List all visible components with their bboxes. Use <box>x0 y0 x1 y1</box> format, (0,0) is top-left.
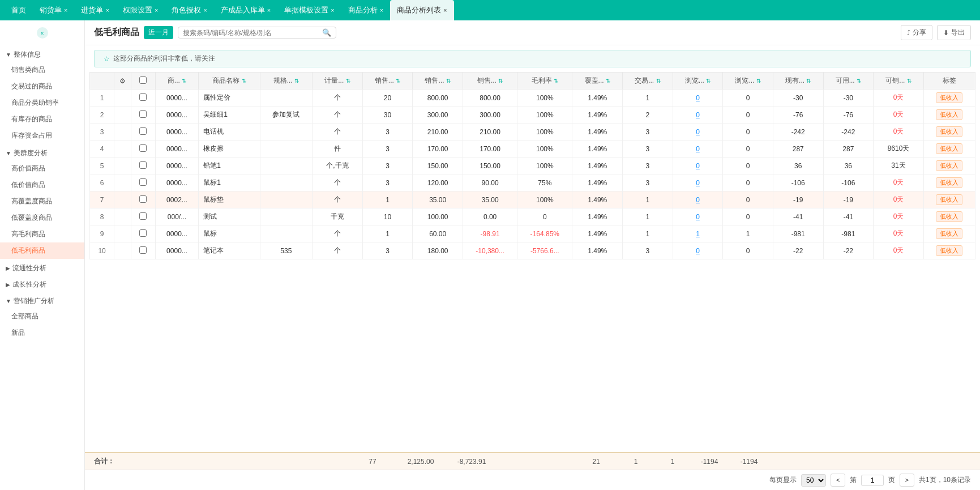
sidebar-item-high-value[interactable]: 高价值商品 <box>0 160 84 177</box>
checkbox-cell[interactable] <box>131 106 156 123</box>
browse1-cell[interactable]: 0 <box>673 191 723 208</box>
checkbox-cell[interactable] <box>131 208 156 225</box>
sales-qty-column-header[interactable]: 销售... ⇅ <box>362 73 413 90</box>
browse1-cell[interactable]: 0 <box>673 157 723 174</box>
settings-column-header[interactable]: ⚙ <box>114 73 131 90</box>
nav-permission-close[interactable]: × <box>155 7 158 14</box>
sidebar-group-beauty[interactable]: ▼ 美群度分析 <box>0 144 84 160</box>
nav-product-analysis-close[interactable]: × <box>380 7 383 14</box>
spec-cell <box>260 225 312 242</box>
coverage-column-header[interactable]: 覆盖... ⇅ <box>572 73 623 90</box>
sidebar-item-new-goods[interactable]: 新品 <box>0 325 84 341</box>
row-checkbox[interactable] <box>139 161 147 169</box>
browse1-cell[interactable]: 0 <box>673 90 723 106</box>
sidebar-group-marketing[interactable]: ▼ 营销推广分析 <box>0 292 84 308</box>
name-cell: 电话机 <box>199 123 260 140</box>
browse1-cell[interactable]: 0 <box>673 174 723 191</box>
share-button[interactable]: ⤴ 分享 <box>901 25 932 40</box>
sidebar-item-low-value[interactable]: 低价值商品 <box>0 177 84 193</box>
row-number: 1 <box>90 90 114 106</box>
checkbox-cell[interactable] <box>131 242 156 259</box>
row-checkbox[interactable] <box>139 127 147 135</box>
unit-cell: 个 <box>313 191 363 208</box>
nav-template[interactable]: 单据模板设置 × <box>277 0 341 20</box>
nav-product-analysis[interactable]: 商品分析 × <box>341 0 390 20</box>
unit-column-header[interactable]: 计量... ⇅ <box>313 73 363 90</box>
sidebar-item-traded-goods[interactable]: 交易过的商品 <box>0 78 84 95</box>
spec-column-header[interactable]: 规格... ⇅ <box>260 73 312 90</box>
sidebar-item-category-assist[interactable]: 商品分类助销率 <box>0 95 84 111</box>
browse1-cell[interactable]: 0 <box>673 123 723 140</box>
checkbox-cell[interactable] <box>131 90 156 106</box>
export-button[interactable]: ⬇ 导出 <box>937 25 971 40</box>
browse1-column-header[interactable]: 浏览... ⇅ <box>673 73 723 90</box>
row-checkbox[interactable] <box>139 195 147 203</box>
row-checkbox[interactable] <box>139 110 147 118</box>
select-all-checkbox[interactable] <box>139 76 147 84</box>
row-checkbox[interactable] <box>139 178 147 186</box>
current-column-header[interactable]: 现有... ⇅ <box>773 73 823 90</box>
per-page-select[interactable]: 50 <box>801 474 826 487</box>
sidebar-item-all-goods[interactable]: 全部商品 <box>0 308 84 325</box>
sidebar-item-sales-goods[interactable]: 销售类商品 <box>0 62 84 78</box>
nav-sales[interactable]: 销货单 × <box>33 0 74 20</box>
prev-page-button[interactable]: ＜ <box>831 474 845 487</box>
checkbox-cell[interactable] <box>131 225 156 242</box>
checkbox-cell[interactable] <box>131 191 156 208</box>
gross-rate-column-header[interactable]: 毛利率 ⇅ <box>517 73 572 90</box>
checkbox-column-header[interactable] <box>131 73 156 90</box>
browse1-cell[interactable]: 1 <box>673 225 723 242</box>
sidebar-collapse-button[interactable]: « <box>37 27 48 39</box>
sidebar-group-growth[interactable]: ▶ 成长性分析 <box>0 275 84 292</box>
nav-product-analysis-list-close[interactable]: × <box>443 7 447 14</box>
browse1-cell[interactable]: 0 <box>673 140 723 157</box>
row-checkbox[interactable] <box>139 144 147 152</box>
code-column-header[interactable]: 商... ⇅ <box>155 73 198 90</box>
checkbox-cell[interactable] <box>131 157 156 174</box>
row-checkbox[interactable] <box>139 93 147 101</box>
browse2-column-header[interactable]: 浏览... ⇅ <box>723 73 773 90</box>
page-number-input[interactable] <box>861 475 884 486</box>
name-column-header[interactable]: 商品名称 ⇅ <box>199 73 260 90</box>
sidebar-item-stock-capital[interactable]: 库存资金占用 <box>0 127 84 144</box>
nav-product-stock-close[interactable]: × <box>267 7 271 14</box>
row-checkbox[interactable] <box>139 212 147 220</box>
sidebar-group-overall[interactable]: ▼ 整体信息 <box>0 45 84 62</box>
nav-role[interactable]: 角色授权 × <box>165 0 213 20</box>
checkbox-cell[interactable] <box>131 140 156 157</box>
sidebar-item-high-margin[interactable]: 高毛利商品 <box>0 226 84 242</box>
sidebar-item-low-margin[interactable]: 低毛利商品 <box>0 242 84 259</box>
nav-purchase-close[interactable]: × <box>105 7 109 14</box>
nav-sales-close[interactable]: × <box>64 7 67 14</box>
checkbox-cell[interactable] <box>131 123 156 140</box>
sidebar-item-stocked-goods[interactable]: 有库存的商品 <box>0 111 84 127</box>
browse1-cell[interactable]: 0 <box>673 208 723 225</box>
nav-product-stock[interactable]: 产成品入库单 × <box>214 0 277 20</box>
available-column-header[interactable]: 可用... ⇅ <box>823 73 874 90</box>
sales-price-column-header[interactable]: 销售... ⇅ <box>413 73 463 90</box>
coverage-cell: 1.49% <box>572 140 623 157</box>
nav-home[interactable]: 首页 <box>5 0 33 20</box>
next-page-button[interactable]: ＞ <box>900 474 914 487</box>
browse1-cell[interactable]: 0 <box>673 106 723 123</box>
sidebar-item-low-coverage[interactable]: 低覆盖度商品 <box>0 210 84 226</box>
sidebar-item-high-coverage[interactable]: 高覆盖度商品 <box>0 193 84 210</box>
search-input[interactable] <box>183 29 322 37</box>
tag-cell: 低收入 <box>923 208 975 225</box>
search-icon[interactable]: 🔍 <box>322 28 331 37</box>
date-filter-button[interactable]: 近一月 <box>144 26 173 39</box>
nav-role-close[interactable]: × <box>203 7 207 14</box>
tag-column-header[interactable]: 标签 <box>923 73 975 90</box>
sales-amount-column-header[interactable]: 销售... ⇅ <box>463 73 517 90</box>
nav-product-analysis-list[interactable]: 商品分析列表 × <box>390 0 453 20</box>
row-checkbox[interactable] <box>139 246 147 254</box>
nav-purchase[interactable]: 进货单 × <box>74 0 115 20</box>
row-checkbox[interactable] <box>139 229 147 237</box>
sidebar-group-circulation[interactable]: ▶ 流通性分析 <box>0 259 84 275</box>
trade-column-header[interactable]: 交易... ⇅ <box>623 73 673 90</box>
sellable-column-header[interactable]: 可销... ⇅ <box>874 73 924 90</box>
browse1-cell[interactable]: 0 <box>673 242 723 259</box>
checkbox-cell[interactable] <box>131 174 156 191</box>
nav-permission[interactable]: 权限设置 × <box>116 0 165 20</box>
nav-template-close[interactable]: × <box>331 7 334 14</box>
